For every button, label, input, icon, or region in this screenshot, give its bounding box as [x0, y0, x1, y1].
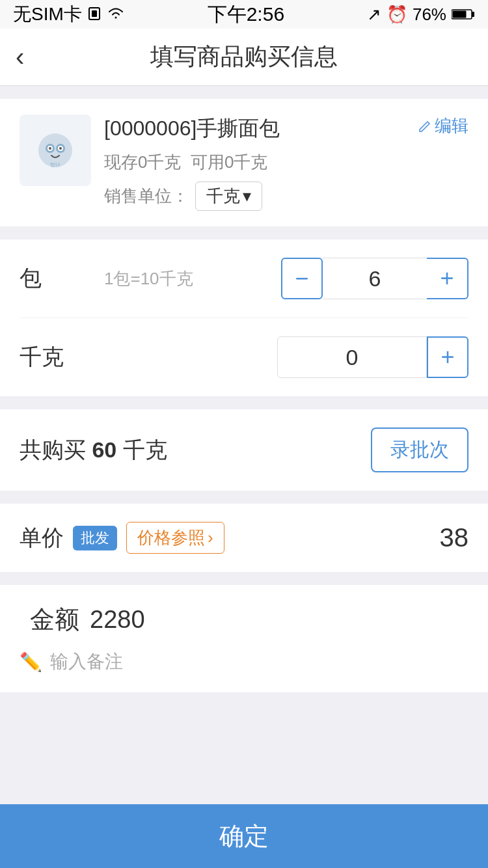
- nav-bar: ‹ 填写商品购买信息: [0, 29, 488, 86]
- bao-minus-button[interactable]: −: [281, 258, 323, 299]
- alarm-icon: ⏰: [386, 5, 407, 25]
- kg-input[interactable]: [277, 336, 427, 378]
- sim-icon: [88, 4, 100, 25]
- battery-label: 76%: [413, 5, 446, 25]
- amount-row: 金额 2280: [20, 603, 468, 636]
- carrier-label: 无SIM卡: [13, 2, 82, 27]
- note-row[interactable]: ✏️ 输入备注: [20, 649, 468, 674]
- svg-point-11: [59, 147, 62, 150]
- svg-rect-1: [92, 10, 97, 17]
- amount-label: 金额: [30, 603, 79, 636]
- price-row: 单价 批发 价格参照 › 38: [20, 522, 468, 554]
- batch-button[interactable]: 录批次: [371, 427, 468, 472]
- confirm-button[interactable]: 确定: [0, 804, 488, 868]
- product-image: 智计: [20, 115, 91, 186]
- price-tag: 批发: [73, 526, 117, 550]
- quantity-section: 包 1包=10千克 − + 千克 +: [0, 239, 488, 396]
- amount-value: 2280: [90, 606, 145, 634]
- page-title: 填写商品购买信息: [150, 41, 338, 73]
- product-info: [0000006]手撕面包 现存0千克 可用0千克 销售单位： 千克 ▾: [104, 115, 468, 211]
- bao-quantity-control: − +: [281, 258, 468, 299]
- product-card: 智计 [0000006]手撕面包 现存0千克 可用0千克 销售单位： 千克 ▾ …: [0, 99, 488, 226]
- svg-rect-3: [472, 12, 474, 17]
- price-section: 单价 批发 价格参照 › 38: [0, 504, 488, 572]
- svg-point-10: [49, 147, 51, 150]
- price-left: 单价 批发 价格参照 ›: [20, 522, 224, 554]
- status-right: ↗ ⏰ 76%: [367, 5, 475, 25]
- product-stock: 现存0千克 可用0千克: [104, 151, 468, 174]
- kg-plus-button[interactable]: +: [427, 336, 468, 378]
- edit-button[interactable]: 编辑: [418, 115, 468, 137]
- total-label: 共购买 60 千克: [20, 435, 167, 465]
- product-unit: 销售单位： 千克 ▾: [104, 182, 468, 211]
- unit-select[interactable]: 千克 ▾: [195, 182, 262, 211]
- total-section: 共购买 60 千克 录批次: [0, 409, 488, 491]
- kg-row: 千克 +: [20, 318, 468, 396]
- back-button[interactable]: ‹: [16, 42, 24, 72]
- bao-row: 包 1包=10千克 − +: [20, 239, 468, 318]
- location-icon: ↗: [367, 5, 381, 25]
- pencil-icon: ✏️: [20, 651, 42, 673]
- status-left: 无SIM卡: [13, 2, 125, 27]
- battery-icon: [452, 5, 475, 25]
- price-label: 单价: [20, 523, 64, 553]
- amount-section: 金额 2280 ✏️ 输入备注: [0, 585, 488, 692]
- product-name: [0000006]手撕面包: [104, 115, 468, 143]
- bao-hint: 1包=10千克: [104, 267, 281, 290]
- status-time: 下午2:56: [208, 1, 284, 28]
- bao-input[interactable]: [323, 258, 427, 299]
- wifi-icon: [107, 4, 125, 25]
- svg-rect-4: [453, 10, 467, 18]
- price-ref-button[interactable]: 价格参照 ›: [126, 522, 224, 554]
- note-placeholder: 输入备注: [50, 649, 123, 674]
- status-bar: 无SIM卡 下午2:56 ↗ ⏰ 76%: [0, 0, 488, 29]
- price-value: 38: [440, 523, 469, 552]
- kg-quantity-control: +: [277, 336, 468, 378]
- bao-plus-button[interactable]: +: [427, 258, 468, 299]
- svg-text:智计: 智计: [50, 162, 61, 168]
- bao-label: 包: [20, 264, 98, 293]
- kg-label: 千克: [20, 342, 98, 372]
